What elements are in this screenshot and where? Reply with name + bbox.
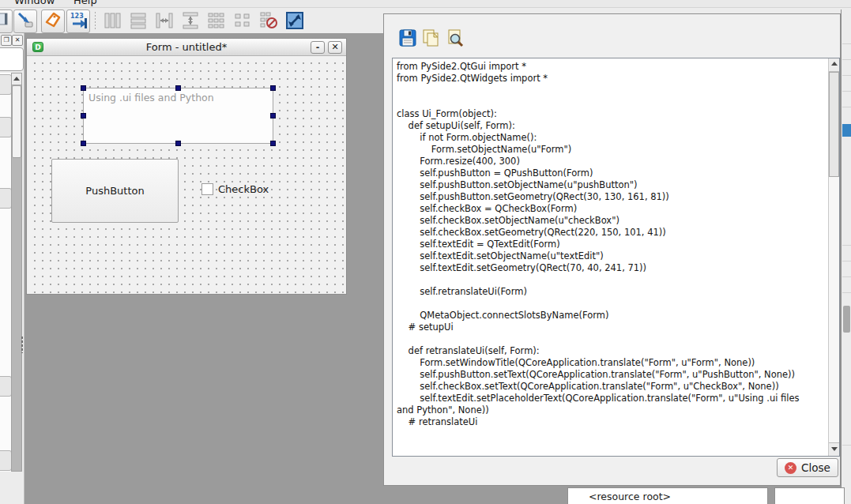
copy-button[interactable] xyxy=(421,28,442,49)
edit-widgets-button[interactable] xyxy=(0,9,13,33)
find-button[interactable] xyxy=(446,28,466,49)
edit-widgets-icon xyxy=(0,11,9,32)
edit-tab-order-icon: 123 xyxy=(69,12,88,31)
checkbox-label: CheckBox xyxy=(218,183,269,195)
form-titlebar[interactable]: D Form - untitled* - ✕ xyxy=(27,39,346,56)
close-button-label: Close xyxy=(801,461,830,474)
adjust-size-icon xyxy=(285,11,304,30)
layout-vertical-button[interactable] xyxy=(129,11,148,30)
layout-grid-icon xyxy=(207,11,226,30)
widget-box-list xyxy=(0,73,11,472)
widget-category-header[interactable] xyxy=(0,188,12,209)
widget-box-scrollbar[interactable] xyxy=(11,73,22,472)
widget-category-header[interactable] xyxy=(0,376,12,397)
close-x-icon: ✕ xyxy=(785,462,796,474)
resource-browser-tree[interactable]: <resource root> xyxy=(567,487,768,504)
checkbox-indicator[interactable] xyxy=(201,183,213,195)
break-layout-icon xyxy=(259,11,278,30)
selection-handle-bottom-center[interactable] xyxy=(175,141,181,146)
form-window-title: Form - untitled* xyxy=(27,41,346,53)
layout-horizontal-splitter-button[interactable] xyxy=(155,11,174,30)
selection-handle-bottom-right[interactable] xyxy=(270,141,276,146)
layout-vertical-splitter-button[interactable] xyxy=(181,11,200,30)
code-text[interactable]: from PySide2.QtGui import * from PySide2… xyxy=(397,61,823,428)
code-scrollbar[interactable] xyxy=(828,58,839,456)
property-panel-sliver xyxy=(841,9,851,504)
dock-float-button[interactable]: ❐ xyxy=(1,35,12,46)
menu-item-window[interactable]: Window xyxy=(14,0,55,6)
widget-category-header[interactable] xyxy=(0,450,12,471)
selection-handle-top-right[interactable] xyxy=(270,85,276,91)
form-minimize-button[interactable]: - xyxy=(311,41,325,54)
widget-category-header[interactable] xyxy=(0,117,12,137)
adjust-size-button[interactable] xyxy=(285,11,304,30)
qt-designer-screen: Window Help 123 xyxy=(0,0,851,504)
code-view-dialog: from PySide2.QtGui import * from PySide2… xyxy=(383,13,841,486)
selected-property-row[interactable] xyxy=(842,124,851,137)
code-editor[interactable]: from PySide2.QtGui import * from PySide2… xyxy=(392,58,840,457)
edit-signals-slots-icon xyxy=(16,10,35,32)
selection-handle-mid-left[interactable] xyxy=(81,113,86,118)
layout-horizontal-icon xyxy=(103,11,122,30)
layout-form-icon xyxy=(233,11,252,30)
layout-form-button[interactable] xyxy=(233,11,252,30)
layout-vertical-splitter-icon xyxy=(181,11,200,30)
selection-handle-top-center[interactable] xyxy=(175,85,181,91)
text-edit-widget[interactable]: Using .ui files and Python xyxy=(83,88,273,144)
toolbar-separator xyxy=(94,11,96,30)
push-button-widget[interactable]: PushButton xyxy=(51,159,179,223)
edit-buddies-icon xyxy=(43,10,62,32)
widget-filter-input[interactable] xyxy=(0,47,24,71)
scroll-down-icon[interactable] xyxy=(829,442,839,456)
close-button[interactable]: ✕ Close xyxy=(777,458,838,477)
edit-signals-slots-button[interactable] xyxy=(13,9,37,33)
panel-splitter-handle[interactable] xyxy=(21,336,24,353)
menu-bar: Window Help xyxy=(0,0,851,8)
save-button[interactable] xyxy=(398,28,419,49)
property-scroll-thumb[interactable] xyxy=(843,306,850,333)
check-box-widget[interactable]: CheckBox xyxy=(201,181,269,197)
layout-vertical-icon xyxy=(129,11,148,30)
form-window: D Form - untitled* - ✕ Using .ui files a… xyxy=(26,38,347,295)
form-close-button[interactable]: ✕ xyxy=(328,41,342,54)
selection-handle-top-left[interactable] xyxy=(81,85,86,91)
edit-buddies-button[interactable] xyxy=(41,9,65,33)
find-icon xyxy=(446,28,465,47)
layout-horizontal-splitter-icon xyxy=(155,11,174,30)
selection-handle-bottom-left[interactable] xyxy=(81,141,86,146)
form-canvas[interactable]: Using .ui files and Python PushButton Ch… xyxy=(28,56,345,293)
widget-category-header[interactable] xyxy=(0,74,12,95)
code-scroll-thumb[interactable] xyxy=(829,72,839,177)
widget-box-panel: ❐ ✕ xyxy=(0,33,24,504)
save-icon xyxy=(398,28,417,47)
resource-browser-list[interactable] xyxy=(774,487,845,504)
resource-root-item[interactable]: <resource root> xyxy=(589,491,671,502)
dock-close-button[interactable]: ✕ xyxy=(12,35,23,46)
copy-icon xyxy=(421,28,441,47)
scroll-up-icon[interactable] xyxy=(829,58,839,72)
layout-horizontal-button[interactable] xyxy=(103,11,122,30)
scroll-up-icon[interactable] xyxy=(12,73,21,85)
edit-tab-order-button[interactable]: 123 xyxy=(66,9,90,33)
break-layout-button[interactable] xyxy=(259,11,278,30)
menu-item-help[interactable]: Help xyxy=(73,0,97,6)
selection-handle-mid-right[interactable] xyxy=(270,113,276,118)
widget-box-scroll-thumb[interactable] xyxy=(12,85,21,158)
layout-grid-button[interactable] xyxy=(207,11,226,30)
